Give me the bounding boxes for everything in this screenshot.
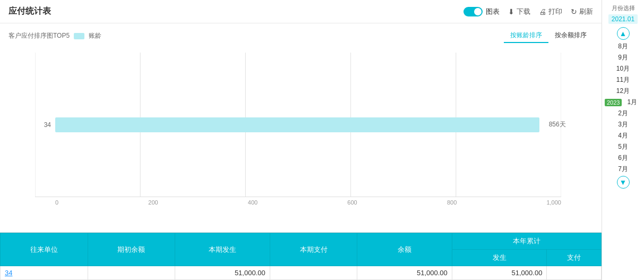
- month-item-9[interactable]: 9月: [602, 52, 644, 63]
- month-item-10[interactable]: 10月: [602, 63, 644, 74]
- bar-fill: 856天: [55, 117, 539, 132]
- toggle-label: 图表: [486, 7, 500, 16]
- cell-payment: [270, 266, 357, 280]
- refresh-icon: ↻: [571, 7, 577, 16]
- bar-end-label: 856天: [549, 120, 566, 129]
- chart-legend: 客户应付排序图TOP5 账龄: [8, 31, 101, 40]
- toggle-thumb: [474, 8, 482, 15]
- header-actions: 图表 ⬇ 下载 🖨 打印 ↻ 刷新: [463, 7, 593, 16]
- col-ytd-payment: 支付: [547, 250, 602, 266]
- tab-by-balance[interactable]: 按账龄排序: [504, 29, 548, 43]
- bar-area: 34 856天: [35, 53, 561, 197]
- chart-section: 客户应付排序图TOP5 账龄 按账龄排序 按余额排序: [0, 23, 602, 232]
- col-unit: 往来单位: [1, 233, 88, 266]
- year-2023-group: 2023 1月: [602, 97, 644, 108]
- year-2023-badge: 2023: [605, 99, 622, 106]
- table-header-row: 往来单位 期初余额 本期发生 本期支付 余额 本年累计: [1, 233, 602, 250]
- page-title: 应付统计表: [8, 6, 51, 17]
- col-occurrence: 本期发生: [175, 233, 270, 266]
- print-label: 打印: [548, 7, 562, 16]
- cell-balance: 51,000.00: [357, 266, 452, 280]
- sidebar-nav-up[interactable]: ▲: [617, 27, 630, 40]
- print-button[interactable]: 🖨 打印: [539, 7, 562, 16]
- table-section: 往来单位 期初余额 本期发生 本期支付 余额 本年累计 发生 支付: [0, 232, 602, 280]
- month-item-3[interactable]: 3月: [602, 119, 644, 130]
- download-button[interactable]: ⬇ 下载: [508, 7, 530, 16]
- x-tick-800: 800: [447, 199, 457, 206]
- chart-toggle[interactable]: 图表: [463, 7, 500, 16]
- col-balance: 余额: [357, 233, 452, 266]
- month-item-8[interactable]: 8月: [602, 41, 644, 52]
- cell-unit: 34: [1, 266, 88, 280]
- bar-chart: 34 856天 0 200 400 600 800 1,000: [8, 47, 593, 227]
- bar-item-34: 34 856天: [35, 117, 561, 132]
- bar-label: 34: [35, 121, 51, 129]
- month-item-6[interactable]: 6月: [602, 152, 644, 164]
- cell-ytd-payment: [547, 266, 602, 280]
- refresh-label: 刷新: [579, 7, 593, 16]
- cell-occurrence: 51,000.00: [175, 266, 270, 280]
- data-table: 往来单位 期初余额 本期发生 本期支付 余额 本年累计 发生 支付: [0, 233, 602, 280]
- chart-header: 客户应付排序图TOP5 账龄 按账龄排序 按余额排序: [8, 29, 593, 43]
- month-item-2[interactable]: 2月: [602, 108, 644, 119]
- download-icon: ⬇: [508, 7, 514, 16]
- sidebar-date[interactable]: 2021.01: [608, 14, 638, 24]
- refresh-button[interactable]: ↻ 刷新: [571, 7, 593, 16]
- month-item-1[interactable]: 1月: [623, 97, 641, 108]
- month-item-11[interactable]: 11月: [602, 74, 644, 86]
- x-tick-0: 0: [55, 199, 58, 206]
- table-wrapper: 往来单位 期初余额 本期发生 本期支付 余额 本年累计 发生 支付: [0, 233, 602, 280]
- x-tick-600: 600: [347, 199, 357, 206]
- x-tick-400: 400: [248, 199, 257, 206]
- month-item-12[interactable]: 12月: [602, 86, 644, 97]
- tab-by-amount[interactable]: 按余额排序: [548, 29, 593, 43]
- col-opening: 期初余额: [88, 233, 175, 266]
- table-row: 34 51,000.00 51,000.00 51,000.00: [1, 266, 602, 280]
- x-tick-200: 200: [148, 199, 158, 206]
- legend-label: 客户应付排序图TOP5: [8, 31, 70, 40]
- bar-chart-wrapper: 34 856天 0 200 400 600 800 1,000: [8, 47, 593, 227]
- col-payment: 本期支付: [270, 233, 357, 266]
- legend-color-label: 账龄: [89, 31, 101, 40]
- legend-color-box: [74, 33, 84, 39]
- cell-opening: [88, 266, 175, 280]
- month-item-5[interactable]: 5月: [602, 141, 644, 152]
- chart-tabs: 按账龄排序 按余额排序: [504, 29, 593, 43]
- print-icon: 🖨: [539, 7, 546, 16]
- sidebar-nav-down[interactable]: ▼: [617, 176, 630, 189]
- cell-ytd-occurrence: 51,000.00: [452, 266, 547, 280]
- sidebar-title: 月份选择: [612, 4, 635, 12]
- x-tick-1000: 1,000: [546, 199, 561, 206]
- month-item-7[interactable]: 7月: [602, 164, 644, 175]
- download-label: 下载: [517, 7, 530, 16]
- x-axis: 0 200 400 600 800 1,000: [35, 197, 561, 206]
- unit-link[interactable]: 34: [5, 269, 12, 277]
- month-item-4[interactable]: 4月: [602, 130, 644, 141]
- col-ytd-occurrence: 发生: [452, 250, 547, 266]
- col-ytd-group: 本年累计: [452, 233, 601, 250]
- right-sidebar: 月份选择 2021.01 ▲ 8月 9月 10月 11月 12月 2023 1月…: [602, 0, 644, 280]
- toggle-track[interactable]: [463, 7, 483, 16]
